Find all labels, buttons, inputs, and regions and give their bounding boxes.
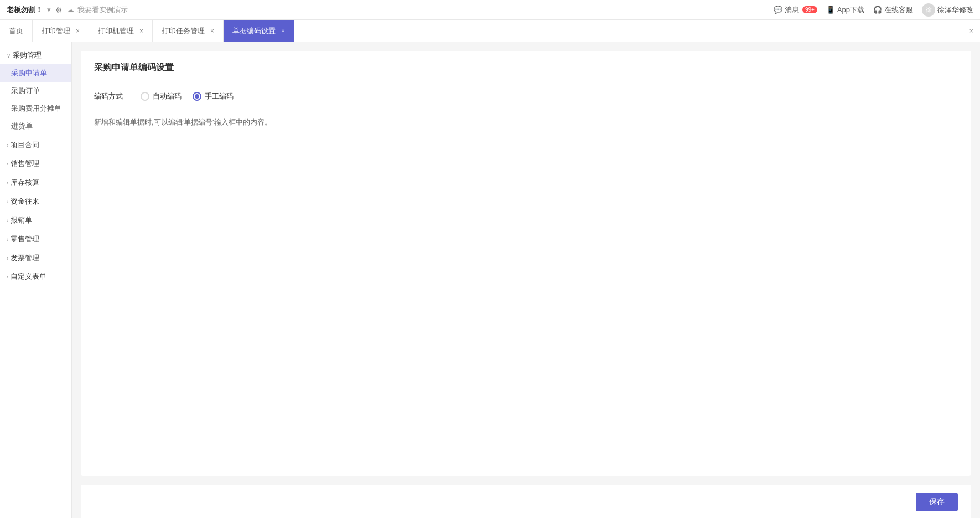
sidebar-item-purchase-request[interactable]: 采购申请单 [0, 64, 71, 82]
sidebar-group-expense: › 报销单 [0, 211, 71, 229]
encoding-mode-row: 编码方式 自动编码 手工编码 [94, 85, 958, 108]
tabbar: 首页 打印管理 × 打印机管理 × 打印任务管理 × 单据编码设置 × × [0, 20, 980, 42]
sidebar-group-sales-header[interactable]: › 销售管理 [0, 155, 71, 173]
avatar: 徐 [922, 3, 935, 17]
sidebar-group-finance: › 资金往来 [0, 193, 71, 210]
sidebar-group-purchase-label: 采购管理 [13, 50, 42, 60]
sidebar-group-custom-header[interactable]: › 自定义表单 [0, 268, 71, 286]
sidebar-group-inventory: › 库存核算 [0, 174, 71, 191]
sidebar-group-custom: › 自定义表单 [0, 268, 71, 286]
chevron-right-icon-3: › [7, 180, 8, 186]
sidebar-group-inventory-label: 库存核算 [11, 178, 39, 188]
sidebar-group-finance-label: 资金往来 [11, 196, 39, 206]
radio-manual-code-circle[interactable] [193, 92, 201, 101]
topbar: 老板勿割！ ▾ ⚙ ☁ 我要看实例演示 💬 消息 99+ 📱 App下载 🎧 在… [0, 0, 980, 20]
tab-encoding-settings[interactable]: 单据编码设置 × [224, 20, 294, 42]
tab-print-task[interactable]: 打印任务管理 × [153, 20, 224, 42]
app-icon: 📱 [826, 6, 835, 14]
app-download-button[interactable]: 📱 App下载 [826, 5, 864, 15]
chevron-right-icon-4: › [7, 199, 8, 205]
sidebar-item-purchase-receipt[interactable]: 进货单 [0, 117, 71, 135]
user-menu-button[interactable]: 徐 徐泽华修改 [922, 3, 973, 17]
chevron-down-icon: ∨ [7, 53, 11, 59]
sidebar-item-purchase-expense[interactable]: 采购费用分摊单 [0, 100, 71, 117]
hint-text: 新增和编辑单据时,可以编辑'单据编号'输入框中的内容。 [94, 117, 958, 127]
search-bar[interactable]: ☁ 我要看实例演示 [67, 5, 128, 15]
content-area: 采购申请单编码设置 编码方式 自动编码 手工编码 新增和编辑单据时,可以编辑'单… [72, 42, 980, 518]
headset-icon: 🎧 [873, 6, 882, 14]
save-button[interactable]: 保存 [916, 493, 958, 511]
sidebar-group-expense-header[interactable]: › 报销单 [0, 211, 71, 229]
message-badge: 99+ [802, 6, 817, 13]
tab-print-task-label: 打印任务管理 [162, 26, 205, 36]
sidebar-group-retail: › 零售管理 [0, 230, 71, 248]
page-title: 采购申请单编码设置 [94, 62, 958, 74]
sidebar-group-finance-header[interactable]: › 资金往来 [0, 193, 71, 210]
sidebar-group-project-label: 项目合同 [11, 140, 39, 150]
sidebar-group-inventory-header[interactable]: › 库存核算 [0, 174, 71, 191]
radio-group-encoding: 自动编码 手工编码 [141, 91, 234, 101]
tab-printer-management-close[interactable]: × [139, 27, 143, 35]
sidebar-group-expense-label: 报销单 [11, 215, 32, 225]
sidebar-group-invoice-header[interactable]: › 发票管理 [0, 249, 71, 267]
sidebar-group-custom-label: 自定义表单 [11, 272, 46, 282]
sidebar-group-purchase-header[interactable]: ∨ 采购管理 [0, 46, 71, 64]
tab-print-management[interactable]: 打印管理 × [33, 20, 89, 42]
sidebar-group-retail-header[interactable]: › 零售管理 [0, 230, 71, 248]
topbar-left: 老板勿割！ ▾ ⚙ ☁ 我要看实例演示 [7, 5, 128, 15]
message-button[interactable]: 💬 消息 99+ [774, 5, 817, 15]
tab-printer-management-label: 打印机管理 [98, 26, 134, 36]
tab-home-label: 首页 [9, 26, 23, 36]
radio-auto-code-label: 自动编码 [153, 91, 182, 101]
tab-print-management-close[interactable]: × [76, 27, 80, 35]
tab-encoding-settings-close[interactable]: × [281, 27, 285, 35]
radio-auto-code-circle[interactable] [141, 92, 149, 101]
encoding-mode-label: 编码方式 [94, 91, 127, 101]
message-icon: 💬 [774, 6, 782, 14]
sidebar-group-project: › 项目合同 [0, 136, 71, 154]
sidebar-group-invoice: › 发票管理 [0, 249, 71, 267]
gear-icon[interactable]: ⚙ [55, 6, 63, 14]
main-layout: ∨ 采购管理 采购申请单 采购订单 采购费用分摊单 进货单 › 项目合同 › 销… [0, 42, 980, 518]
tab-printer-management[interactable]: 打印机管理 × [89, 20, 153, 42]
online-service-button[interactable]: 🎧 在线客服 [873, 5, 913, 15]
sidebar: ∨ 采购管理 采购申请单 采购订单 采购费用分摊单 进货单 › 项目合同 › 销… [0, 42, 72, 518]
content-inner: 采购申请单编码设置 编码方式 自动编码 手工编码 新增和编辑单据时,可以编辑'单… [81, 51, 971, 476]
chevron-right-icon: › [7, 142, 8, 148]
chevron-right-icon-6: › [7, 236, 8, 242]
tab-print-task-close[interactable]: × [210, 27, 214, 35]
dropdown-arrow-icon[interactable]: ▾ [47, 6, 51, 14]
tab-home[interactable]: 首页 [0, 20, 33, 42]
tab-print-management-label: 打印管理 [42, 26, 70, 36]
chevron-right-icon-7: › [7, 255, 8, 261]
tab-encoding-settings-label: 单据编码设置 [232, 26, 276, 36]
cloud-icon: ☁ [67, 6, 74, 14]
sidebar-item-purchase-order[interactable]: 采购订单 [0, 82, 71, 100]
search-text: 我要看实例演示 [77, 5, 128, 15]
content-footer: 保存 [81, 485, 971, 518]
chevron-right-icon-5: › [7, 217, 8, 224]
chevron-right-icon-2: › [7, 161, 8, 167]
radio-manual-code-label: 手工编码 [205, 91, 234, 101]
app-logo: 老板勿割！ [7, 5, 43, 15]
sidebar-group-sales-label: 销售管理 [11, 159, 39, 169]
sidebar-group-sales: › 销售管理 [0, 155, 71, 173]
radio-manual-code[interactable]: 手工编码 [193, 91, 234, 101]
chevron-right-icon-8: › [7, 274, 8, 280]
sidebar-group-invoice-label: 发票管理 [11, 253, 39, 263]
close-all-button[interactable]: × [962, 20, 980, 42]
sidebar-group-project-header[interactable]: › 项目合同 [0, 136, 71, 154]
sidebar-group-retail-label: 零售管理 [11, 234, 39, 244]
sidebar-group-purchase: ∨ 采购管理 采购申请单 采购订单 采购费用分摊单 进货单 [0, 46, 71, 135]
radio-auto-code[interactable]: 自动编码 [141, 91, 182, 101]
topbar-right: 💬 消息 99+ 📱 App下载 🎧 在线客服 徐 徐泽华修改 [774, 3, 973, 17]
